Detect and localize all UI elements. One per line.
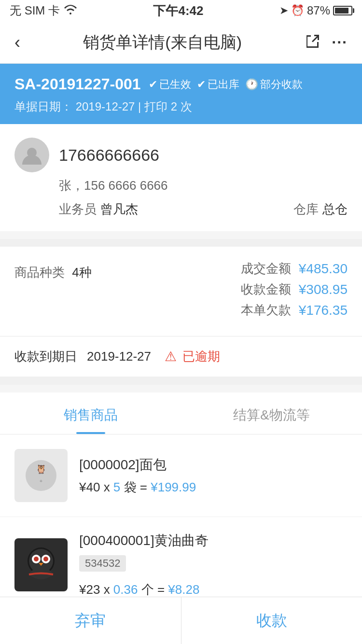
warehouse-name: 总仓 [322,201,348,218]
product-types-label: 商品种类 [14,265,65,280]
status-bar: 无 SIM 卡 下午4:42 ➤ ⏰ 87% [0,0,362,21]
status-left: 无 SIM 卡 [10,3,77,18]
tab-sales-products[interactable]: 销售商品 [0,392,181,434]
debt-label: 本单欠款 [241,302,291,319]
debt-value: ¥176.35 [299,303,348,318]
share-icon[interactable] [305,33,320,52]
status-time: 下午4:42 [153,2,203,19]
product-total-1: ¥199.99 [151,480,196,494]
customer-row: 17666666666 [14,138,348,172]
amounts-right: 成交金额 ¥485.30 收款金额 ¥308.95 本单欠款 ¥176.35 [181,260,348,322]
debt-amount-row: 本单欠款 ¥176.35 [181,302,348,319]
overdue-tag: 已逾期 [182,348,220,365]
overdue-icon: ⚠ [165,349,177,364]
nav-bar: ‹ 销货单详情(来自电脑) ··· [0,21,362,64]
payment-button[interactable]: 收款 [181,597,362,644]
page-title: 销货单详情(来自电脑) [83,31,242,54]
abandon-review-button[interactable]: 弃审 [0,597,181,644]
svg-text:+: + [40,478,42,484]
product-info-1: [0000002]面包 ¥40 x 5 袋 = ¥199.99 [79,456,348,496]
customer-section: 17666666666 张，156 6666 6666 业务员 曾凡杰 仓库 总… [0,124,362,231]
battery-icon [333,6,352,15]
product-qty-1: 5 [113,480,120,494]
check-icon-2: ✔ [197,78,206,91]
product-name-1: [0000002]面包 [79,456,348,474]
alarm-icon: ⏰ [291,4,304,17]
receipt-amount-row: 收款金额 ¥308.95 [181,281,348,298]
product-price-2: ¥23 x 0.36 个 = ¥8.28 [79,581,348,598]
sales-name: 曾凡杰 [100,201,138,218]
carrier-label: 无 SIM 卡 [10,3,60,18]
amounts-section: 商品种类 4种 成交金额 ¥485.30 收款金额 ¥308.95 本单欠款 ¥… [0,247,362,336]
svg-text:🦉: 🦉 [36,464,47,475]
amounts-left: 商品种类 4种 [14,260,181,281]
svg-point-10 [43,557,48,561]
status-tags: ✔ 已生效 ✔ 已出库 🕐 部分收款 [149,77,303,92]
product-price-1: ¥40 x 5 袋 = ¥199.99 [79,479,348,496]
divider-2 [0,377,362,385]
order-date-row: 单据日期： 2019-12-27 | 打印 2 次 [14,99,348,114]
status-tag-shipped: ✔ 已出库 [197,77,239,92]
product-types-count: 4种 [72,265,91,280]
battery-label: 87% [307,4,330,17]
location-icon: ➤ [279,4,288,17]
product-thumb-2 [14,538,68,591]
due-date-section: 收款到期日 2019-12-27 ⚠ 已逾期 [0,336,362,377]
product-sku-2: 534532 [79,555,126,572]
order-id: SA-20191227-001 [14,75,141,93]
deal-amount-row: 成交金额 ¥485.30 [181,260,348,277]
customer-phone: 17666666666 [59,146,159,165]
bottom-bar: 弃审 收款 [0,597,362,644]
status-right: ➤ ⏰ 87% [279,4,352,17]
receipt-label: 收款金额 [241,281,291,298]
wifi-icon [64,4,77,17]
status-tag-partial: 🕐 部分收款 [245,77,303,92]
product-info-2: [000400001]黄油曲奇 534532 ¥23 x 0.36 个 = ¥8… [79,532,348,598]
sales-label: 业务员 [59,201,97,218]
order-id-row: SA-20191227-001 ✔ 已生效 ✔ 已出库 🕐 部分收款 [14,75,348,93]
tab-settlement[interactable]: 结算&物流等 [181,392,362,434]
more-icon[interactable]: ··· [332,33,348,51]
deal-value: ¥485.30 [299,261,348,277]
tabs-section: 销售商品 结算&物流等 [0,392,362,434]
product-name-2: [000400001]黄油曲奇 [79,532,348,550]
avatar [14,138,49,172]
svg-point-9 [34,557,39,561]
customer-info-row: 业务员 曾凡杰 仓库 总仓 [59,201,348,218]
customer-name-phone: 张，156 6666 6666 [59,177,348,194]
product-item-1: 🦉 + [0000002]面包 ¥40 x 5 袋 = ¥199.99 [0,434,362,517]
product-qty-2: 0.36 [113,582,138,597]
order-banner: SA-20191227-001 ✔ 已生效 ✔ 已出库 🕐 部分收款 单据日期：… [0,64,362,124]
divider-1 [0,239,362,247]
warehouse-label: 仓库 [293,201,319,218]
product-list: 🦉 + [0000002]面包 ¥40 x 5 袋 = ¥199.99 [0,434,362,613]
deal-label: 成交金额 [241,260,291,277]
check-icon-1: ✔ [149,78,157,91]
back-button[interactable]: ‹ [14,32,20,53]
product-thumb-1: 🦉 + [14,449,68,502]
due-date-label: 收款到期日 [14,348,77,365]
nav-actions: ··· [305,33,348,52]
clock-icon: 🕐 [245,78,258,91]
status-tag-effective: ✔ 已生效 [149,77,191,92]
due-date-value: 2019-12-27 [87,349,151,364]
receipt-value: ¥308.95 [299,282,348,297]
product-total-2: ¥8.28 [168,582,199,597]
